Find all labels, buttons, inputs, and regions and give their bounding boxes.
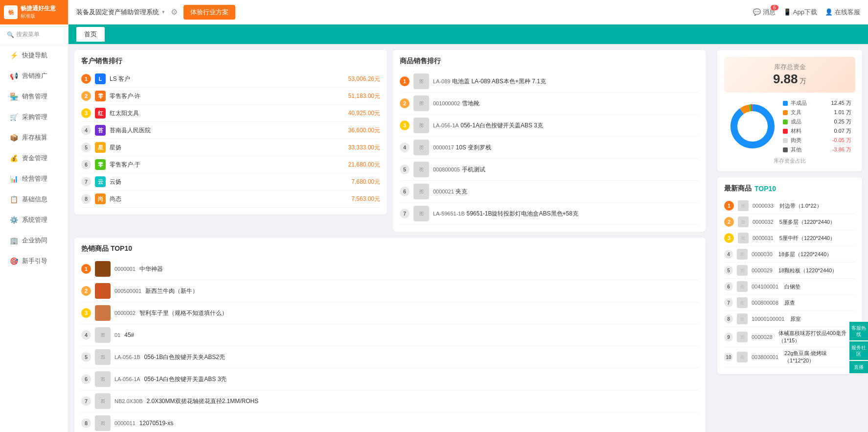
search-icon: 🔍 bbox=[7, 31, 14, 38]
rank-number: 2 bbox=[81, 286, 91, 296]
cs-community-btn[interactable]: 服务社区 bbox=[849, 341, 868, 360]
product-name: 056-1A白色按键开关盖ABS 3克 bbox=[460, 122, 543, 129]
product-ranking-title: 商品销售排行 bbox=[400, 57, 699, 66]
new-product-row: 2 图 0000032 5厘多层（1220*2440） bbox=[724, 214, 855, 230]
rank-number: 5 bbox=[400, 165, 410, 174]
new-product-name: 22g鱼豆腐·烧烤味（1*12*20） bbox=[784, 350, 855, 364]
new-product-code: 0000033 bbox=[753, 203, 774, 209]
rank-number: 8 bbox=[81, 194, 91, 204]
product-ranking-section: 商品销售排行 1 图 LA-089 电池盖 LA-089 ABS本色+黑种 7.… bbox=[393, 50, 706, 232]
product-code: LA-089 bbox=[433, 78, 450, 84]
hot-product-row: 2 000500001 新西兰牛肉（新牛） bbox=[81, 280, 699, 302]
sidebar-search-section: 🔍 搜索菜单 bbox=[0, 24, 68, 45]
search-menu-btn[interactable]: 🔍 搜索菜单 bbox=[4, 28, 64, 41]
product-name: 2.0X30MM双搓花轴搓花直径2.1MM/ROHS bbox=[146, 397, 699, 406]
sidebar-item-newbie-label: 新手引导 bbox=[22, 257, 47, 265]
shortcut-icon: ⚡ bbox=[9, 51, 18, 59]
sidebar-item-sales[interactable]: 🏪 销售管理 bbox=[0, 86, 68, 107]
service-icon: 👤 bbox=[825, 8, 833, 16]
new-product-code: 000800008 bbox=[752, 300, 778, 306]
cs-live-btn[interactable]: 直播 bbox=[849, 361, 868, 373]
sidebar-item-finance[interactable]: 💰 资金管理 bbox=[0, 148, 68, 168]
customer-amount: 36,600.00元 bbox=[348, 126, 380, 135]
cs-hotline-btn[interactable]: 客服热线 bbox=[849, 322, 868, 340]
rank-number: 7 bbox=[724, 298, 733, 307]
sidebar-item-newbie[interactable]: 🎯 新手引导 bbox=[0, 251, 68, 271]
product-ranking-table: 1 图 LA-089 电池盖 LA-089 ABS本色+黑种 7.1克 2 图 … bbox=[400, 71, 699, 225]
legend-value: -0.05 万 bbox=[832, 137, 851, 144]
sidebar-item-purchase[interactable]: 🛒 采购管理 bbox=[0, 107, 68, 127]
online-service-btn[interactable]: 👤 在线客服 bbox=[825, 8, 860, 17]
new-product-thumb: 图 bbox=[737, 265, 748, 276]
product-code: 0000017 bbox=[433, 144, 454, 150]
product-code: LA-59651-1B bbox=[433, 211, 465, 216]
customer-amount: 21,680.00元 bbox=[348, 161, 380, 169]
sidebar-item-operation[interactable]: 📊 经营管理 bbox=[0, 168, 68, 189]
new-product-name: 原查 bbox=[784, 299, 855, 307]
sidebar-item-system[interactable]: ⚙️ 系统管理 bbox=[0, 210, 68, 230]
trial-button[interactable]: 体验行业方案 bbox=[183, 5, 235, 20]
product-thumbnail: 图 bbox=[413, 140, 429, 155]
inventory-footer: 库存资金占比 bbox=[724, 157, 855, 165]
product-thumbnail: 图 bbox=[413, 118, 429, 133]
product-name: 45# bbox=[124, 332, 699, 338]
product-code: 001000002 bbox=[433, 100, 460, 106]
product-ranking-card: 商品销售排行 1 图 LA-089 电池盖 LA-089 ABS本色+黑种 7.… bbox=[393, 50, 706, 232]
product-code: LA-056-1B bbox=[114, 354, 140, 360]
hot-product-row: 1 0000001 中华神器 bbox=[81, 258, 699, 280]
product-rank-row: 7 图 LA-59651-1B 59651-1B旋转投影灯电池盒ABS黑色+58… bbox=[400, 203, 699, 225]
online-service-label: 在线客服 bbox=[835, 8, 860, 17]
donut-chart bbox=[728, 102, 777, 151]
newest-title: 最新商品 TOP10 bbox=[724, 184, 855, 193]
customer-name: 红太阳文具 bbox=[110, 109, 344, 118]
inventory-amount: 9.88 bbox=[773, 72, 798, 86]
product-rank-row: 1 图 LA-089 电池盖 LA-089 ABS本色+黑种 7.1克 bbox=[400, 71, 699, 93]
new-product-name: 体械嘉枝味苏打饮品400毫升（1*15） bbox=[778, 330, 855, 344]
rank-number: 8 bbox=[81, 418, 91, 428]
newest-top-label: TOP10 bbox=[754, 185, 776, 192]
product-sales-label: 商品销售排行 bbox=[400, 57, 441, 66]
sidebar-item-purchase-label: 采购管理 bbox=[22, 113, 47, 121]
legend-item: 其他 -3.86 万 bbox=[783, 145, 851, 154]
hot-product-row: 6 图 LA-056-1A 056-1A白色按键开关盖ABS 3壳 bbox=[81, 368, 699, 390]
message-icon: 💬 bbox=[753, 8, 761, 16]
messages-btn[interactable]: 💬 消息 6 bbox=[753, 8, 776, 17]
sidebar-item-shortcut[interactable]: ⚡ 快捷导航 bbox=[0, 45, 68, 66]
logo-icon: 畅 bbox=[4, 5, 18, 19]
app-icon: 📱 bbox=[783, 8, 791, 16]
rank-number: 4 bbox=[81, 125, 91, 135]
customer-ranking-title: 客户销售排行 bbox=[81, 57, 380, 66]
logo-subtitle: 标准版 bbox=[21, 13, 56, 20]
new-product-name: 白钢垫 bbox=[784, 283, 855, 290]
sidebar-item-sales-label: 销售管理 bbox=[22, 92, 47, 101]
legend-label: 半成品 bbox=[791, 99, 828, 107]
sidebar-item-inventory[interactable]: 📦 库存核算 bbox=[0, 127, 68, 148]
hot-product-row: 4 图 01 45# bbox=[81, 324, 699, 346]
customer-rank-row: 8 尚 尚态 7,563.00元 bbox=[81, 191, 380, 208]
float-customer-service: 客服热线 服务社区 直播 bbox=[849, 322, 868, 373]
tab-home[interactable]: 首页 bbox=[76, 27, 105, 42]
sidebar-item-marketing[interactable]: 📢 营销推广 bbox=[0, 66, 68, 86]
product-code: NB2.0X30B bbox=[114, 398, 142, 404]
product-info: 001000002 雪地靴 bbox=[433, 99, 699, 108]
system-title: 装备及固定资产辅助管理系统 ▾ bbox=[76, 8, 165, 17]
app-download-btn[interactable]: 📱 App下载 bbox=[783, 8, 817, 17]
customer-name: 零售客户·于 bbox=[110, 161, 344, 169]
settings-icon[interactable]: ⚙ bbox=[171, 7, 178, 17]
product-thumbnail: 图 bbox=[413, 206, 429, 221]
new-product-code: 0000030 bbox=[752, 251, 773, 257]
dropdown-arrow-icon[interactable]: ▾ bbox=[162, 9, 165, 15]
sidebar-item-inventory-label: 库存核算 bbox=[22, 133, 47, 142]
sidebar-item-enterprise[interactable]: 🏢 企业协同 bbox=[0, 230, 68, 251]
new-product-thumb: 图 bbox=[738, 200, 749, 211]
tab-bar: 首页 bbox=[69, 24, 868, 44]
customer-avatar: 零 bbox=[95, 159, 106, 170]
sales-icon: 🏪 bbox=[9, 93, 18, 100]
logo-text: 畅捷通好生意 标准版 bbox=[21, 5, 56, 20]
sidebar-item-basic[interactable]: 📋 基础信息 bbox=[0, 189, 68, 210]
customer-avatar: 零 bbox=[95, 91, 106, 101]
new-product-thumb: 图 bbox=[737, 313, 748, 324]
finance-icon: 💰 bbox=[9, 154, 18, 162]
sidebar-item-shortcut-label: 快捷导航 bbox=[22, 51, 47, 60]
legend-dot bbox=[783, 110, 788, 115]
